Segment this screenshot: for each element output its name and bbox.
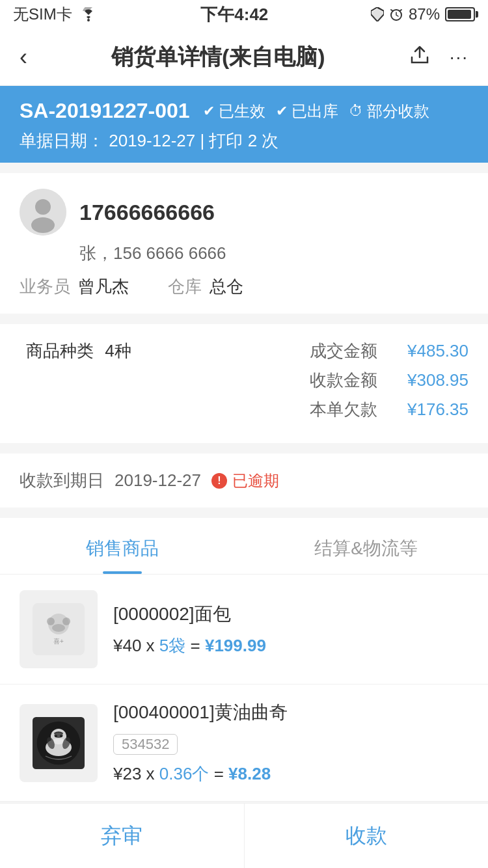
customer-phone: 17666666666 xyxy=(79,200,215,225)
badge-shipped-label: 已出库 xyxy=(291,101,338,122)
product-name-1: [0000002]面包 xyxy=(113,602,468,627)
product-kinds-value: 4种 xyxy=(105,341,131,360)
amount-deal-label: 成交金额 xyxy=(310,340,377,362)
reject-button[interactable]: 弃审 xyxy=(0,804,245,868)
banner-bottom: 单据日期： 2019-12-27 | 打印 2 次 xyxy=(20,129,468,152)
header-banner: SA-20191227-001 已生效 已出库 部分收款 单据日期： 2019-… xyxy=(0,86,488,163)
due-label: 收款到期日 xyxy=(20,469,104,492)
svg-point-7 xyxy=(47,617,55,625)
customer-row: 17666666666 xyxy=(20,189,468,236)
svg-point-8 xyxy=(62,617,70,625)
location-icon xyxy=(371,7,384,21)
badge-shipped: 已出库 xyxy=(276,101,338,122)
product-thumb-1: 喜+ xyxy=(20,590,98,668)
customer-section: 17666666666 张，156 6666 6666 业务员 曾凡杰 仓库 总… xyxy=(0,173,488,314)
amount-owed-label: 本单欠款 xyxy=(310,398,377,421)
list-item: 喜+ [0000002]面包 ¥40 x 5袋 = ¥199.99 xyxy=(0,575,488,685)
nav-actions: ··· xyxy=(409,44,468,70)
order-id: SA-20191227-001 xyxy=(20,99,190,123)
svg-point-18 xyxy=(55,735,57,737)
nav-bar: ‹ 销货单详情(来自电脑) ··· xyxy=(0,29,488,86)
print-suffix: 次 xyxy=(262,131,278,150)
collect-button[interactable]: 收款 xyxy=(245,804,489,868)
avatar xyxy=(20,189,66,236)
print-label: | 打印 xyxy=(200,131,243,150)
status-badges: 已生效 已出库 部分收款 xyxy=(203,101,429,122)
signal-text: 无SIM卡 xyxy=(13,4,72,25)
product-price-1: ¥40 x 5袋 = ¥199.99 xyxy=(113,634,468,657)
product-thumb-2 xyxy=(20,704,98,782)
svg-text:喜+: 喜+ xyxy=(53,638,64,645)
warehouse-item: 仓库 总仓 xyxy=(168,275,243,298)
due-date: 2019-12-27 xyxy=(115,470,201,491)
overdue-badge: ! 已逾期 xyxy=(211,470,279,491)
warehouse-label: 仓库 xyxy=(168,275,202,298)
svg-point-4 xyxy=(31,217,55,233)
sales-label: 业务员 xyxy=(20,275,70,298)
svg-point-9 xyxy=(52,624,65,632)
tab-products[interactable]: 销售商品 xyxy=(0,518,244,574)
badge-activated-label: 已生效 xyxy=(219,101,265,122)
customer-detail: 张，156 6666 6666 xyxy=(79,242,468,265)
amount-deal: 成交金额 ¥485.30 xyxy=(310,340,468,362)
customer-meta: 业务员 曾凡杰 仓库 总仓 xyxy=(20,275,468,298)
banner-top: SA-20191227-001 已生效 已出库 部分收款 xyxy=(20,99,468,123)
products-list: 喜+ [0000002]面包 ¥40 x 5袋 = ¥199.99 xyxy=(0,575,488,802)
svg-point-19 xyxy=(60,735,62,737)
page-title: 销货单详情(来自电脑) xyxy=(111,42,325,72)
badge-activated: 已生效 xyxy=(203,101,265,122)
battery-percent: 87% xyxy=(409,5,440,23)
status-right: 87% xyxy=(371,5,475,23)
product-info-2: [000400001]黄油曲奇 534532 ¥23 x 0.36个 = ¥8.… xyxy=(113,700,468,785)
sales-value: 曾凡杰 xyxy=(78,275,129,298)
amount-received-value: ¥308.95 xyxy=(390,370,468,390)
tabs-bar: 销售商品 结算&物流等 xyxy=(0,518,488,575)
amount-received-label: 收款金额 xyxy=(310,369,377,392)
warehouse-value: 总仓 xyxy=(210,275,243,298)
overdue-label: 已逾期 xyxy=(232,470,279,491)
svg-point-3 xyxy=(35,199,51,215)
bottom-bar: 弃审 收款 xyxy=(0,803,488,868)
overdue-dot-icon: ! xyxy=(211,473,227,489)
product-info-1: [0000002]面包 ¥40 x 5袋 = ¥199.99 xyxy=(113,602,468,657)
amount-owed: 本单欠款 ¥176.35 xyxy=(310,398,468,421)
order-date: 2019-12-27 xyxy=(109,131,195,150)
due-section: 收款到期日 2019-12-27 ! 已逾期 xyxy=(0,454,488,508)
sales-person-item: 业务员 曾凡杰 xyxy=(20,275,129,298)
product-tag-2: 534532 xyxy=(113,734,178,755)
date-label: 单据日期： xyxy=(20,131,104,150)
status-time: 下午4:42 xyxy=(200,3,268,26)
product-kinds-label: 商品种类 xyxy=(26,341,94,360)
battery-icon xyxy=(445,7,475,21)
product-kinds: 商品种类 4种 xyxy=(20,340,131,362)
print-count: 2 xyxy=(248,131,257,150)
more-icon[interactable]: ··· xyxy=(450,47,468,68)
back-button[interactable]: ‹ xyxy=(20,44,27,71)
amount-owed-value: ¥176.35 xyxy=(390,400,468,420)
svg-point-0 xyxy=(87,19,90,21)
badge-partial-label: 部分收款 xyxy=(367,101,429,122)
amounts-row: 商品种类 4种 成交金额 ¥485.30 收款金额 ¥308.95 本单欠款 ¥… xyxy=(20,340,468,427)
product-price-2: ¥23 x 0.36个 = ¥8.28 xyxy=(113,763,468,785)
alarm-icon xyxy=(389,7,403,21)
list-item: [000400001]黄油曲奇 534532 ¥23 x 0.36个 = ¥8.… xyxy=(0,685,488,802)
amounts-section: 商品种类 4种 成交金额 ¥485.30 收款金额 ¥308.95 本单欠款 ¥… xyxy=(0,324,488,443)
badge-partial: 部分收款 xyxy=(349,101,429,122)
wifi-icon xyxy=(79,7,98,21)
amount-deal-value: ¥485.30 xyxy=(390,341,468,361)
status-left: 无SIM卡 xyxy=(13,4,98,25)
amounts-list: 成交金额 ¥485.30 收款金额 ¥308.95 本单欠款 ¥176.35 xyxy=(310,340,468,427)
tab-settlement[interactable]: 结算&物流等 xyxy=(244,518,488,574)
share-icon[interactable] xyxy=(409,44,430,70)
status-bar: 无SIM卡 下午4:42 87% xyxy=(0,0,488,29)
amount-received: 收款金额 ¥308.95 xyxy=(310,369,468,392)
product-name-2: [000400001]黄油曲奇 xyxy=(113,700,468,725)
